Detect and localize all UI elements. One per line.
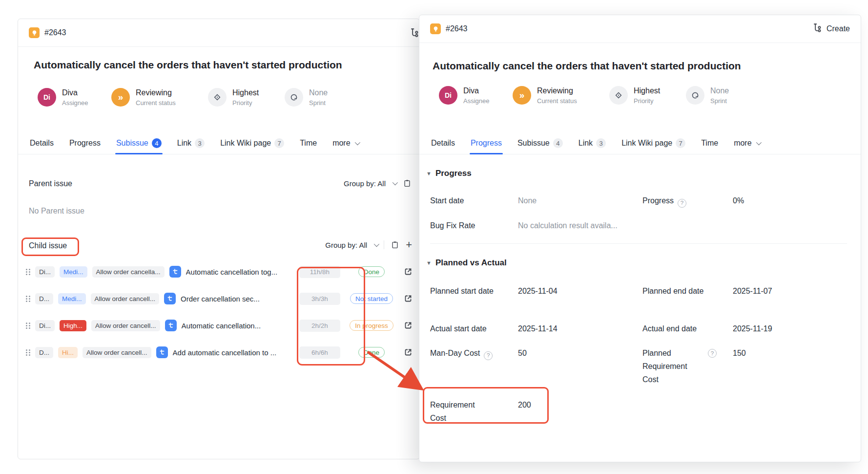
actual-end-date-value[interactable]: 2025-11-19 [733, 322, 772, 335]
row-status-chip[interactable]: Not started [350, 293, 393, 304]
planned-start-date-value[interactable]: 2025-11-04 [518, 284, 558, 298]
child-groupby[interactable]: Group by: All [325, 241, 367, 249]
row-assignee-chip[interactable]: Di... [35, 320, 55, 331]
tab-time[interactable]: Time [701, 132, 718, 154]
drag-handle-icon[interactable] [26, 323, 30, 329]
tab-more[interactable]: more [734, 132, 760, 154]
row-time-chip[interactable]: 11h/8h [299, 266, 340, 278]
create-icon [812, 22, 823, 35]
man-day-cost-value[interactable]: 50 [518, 346, 527, 360]
link-count-badge: 3 [195, 138, 205, 148]
start-date-value[interactable]: None [518, 194, 537, 207]
row-time-chip[interactable]: 6h/6h [299, 346, 340, 359]
section-divider [430, 243, 847, 244]
child-issue-row[interactable]: D... Medi... Allow order cancell... Orde… [26, 289, 413, 308]
tab-details[interactable]: Details [30, 132, 54, 154]
child-issue-row[interactable]: Di... High... Allow order cancell... Aut… [26, 316, 413, 335]
row-time-chip[interactable]: 3h/3h [299, 293, 340, 305]
priority-field[interactable]: Highest Priority [208, 86, 259, 108]
subissue-type-icon [164, 293, 176, 304]
left-header: #2643 [18, 19, 419, 47]
create-button[interactable]: Create [812, 22, 850, 35]
board-view-icon[interactable] [402, 178, 412, 188]
open-in-new-icon[interactable] [403, 293, 413, 304]
tab-subissue[interactable]: Subissue4 [517, 132, 563, 154]
row-title[interactable]: Automatic cancellation... [182, 322, 294, 330]
row-assignee-chip[interactable]: D... [35, 293, 53, 304]
child-issue-heading: Child issue [29, 241, 67, 250]
avatar: Di [38, 88, 56, 107]
actual-start-date-value[interactable]: 2025-11-14 [518, 322, 558, 335]
status-label: Current status [537, 97, 577, 105]
drag-handle-icon[interactable] [26, 296, 30, 302]
child-issue-row[interactable]: D... Hi... Allow order cancell... Add au… [26, 343, 413, 362]
status-field[interactable]: » Reviewing Current status [513, 85, 577, 106]
parent-groupby[interactable]: Group by: All [344, 179, 386, 188]
row-priority-chip[interactable]: High... [60, 320, 86, 331]
planned-vs-actual-heading[interactable]: ▼ Planned vs Actual [426, 258, 507, 268]
row-title[interactable]: Automatic cancellation tog... [186, 268, 294, 276]
row-module-chip[interactable]: Allow order cancell... [83, 347, 151, 358]
row-priority-chip[interactable]: Hi... [58, 347, 78, 358]
row-module-chip[interactable]: Allow order cancell... [91, 320, 160, 331]
row-status-chip[interactable]: Done [358, 347, 385, 358]
bug-fix-rate-value[interactable]: No calculation result availa... [518, 219, 618, 232]
sprint-field[interactable]: None Sprint [686, 85, 729, 106]
tab-link-wiki-page[interactable]: Link Wiki page7 [621, 132, 685, 154]
row-assignee-chip[interactable]: Di... [35, 266, 55, 278]
tab-progress[interactable]: Progress [69, 132, 101, 154]
child-issue-row[interactable]: Di... Medi... Allow order cancella... Au… [26, 262, 413, 281]
tab-details[interactable]: Details [431, 132, 455, 154]
row-title[interactable]: Order cancellation sec... [181, 295, 294, 303]
open-in-new-icon[interactable] [403, 266, 413, 277]
row-title[interactable]: Add automatic cancellation to ... [173, 348, 294, 357]
row-priority-chip[interactable]: Medi... [58, 293, 86, 304]
tab-progress[interactable]: Progress [471, 132, 502, 154]
help-icon[interactable]: ? [484, 351, 493, 360]
row-module-chip[interactable]: Allow order cancella... [92, 266, 165, 278]
priority-label: Priority [634, 97, 660, 105]
sprint-value: None [710, 86, 729, 96]
priority-value: Highest [634, 86, 660, 96]
tab-subissue[interactable]: Subissue4 [116, 132, 162, 154]
tab-time[interactable]: Time [300, 132, 317, 154]
chevron-down-icon [354, 140, 360, 145]
chevron-down-icon [374, 241, 379, 247]
row-time-chip[interactable]: 2h/2h [299, 320, 340, 332]
row-assignee-chip[interactable]: D... [35, 347, 53, 358]
planned-requirement-cost-value[interactable]: 150 [733, 346, 746, 360]
status-field[interactable]: » Reviewing Current status [111, 86, 176, 108]
row-priority-chip[interactable]: Medi... [60, 266, 87, 278]
create-icon[interactable] [409, 27, 420, 40]
row-status-chip[interactable]: In progress [350, 320, 393, 331]
subissue-type-icon [165, 320, 177, 331]
divider [384, 240, 384, 249]
assignee-field[interactable]: Di Diva Assignee [439, 85, 489, 106]
row-status-chip[interactable]: Done [358, 266, 385, 277]
assignee-field[interactable]: Di Diva Assignee [38, 86, 88, 108]
priority-icon [609, 86, 628, 105]
row-module-chip[interactable]: Allow order cancell... [91, 293, 160, 304]
requirement-cost-value[interactable]: 200 [518, 398, 531, 411]
tab-link[interactable]: Link3 [177, 132, 205, 154]
tab-link[interactable]: Link3 [579, 132, 606, 154]
open-in-new-icon[interactable] [403, 320, 413, 331]
planned-start-date-label: Planned start date [430, 284, 497, 298]
drag-handle-icon[interactable] [26, 269, 30, 275]
progress-section-heading[interactable]: ▼ Progress [426, 169, 472, 178]
tab-link-wiki-page[interactable]: Link Wiki page7 [220, 132, 284, 154]
help-icon[interactable]: ? [678, 199, 686, 208]
help-icon[interactable]: ? [708, 349, 717, 358]
link-count-badge: 3 [596, 138, 606, 148]
priority-field[interactable]: Highest Priority [609, 85, 660, 106]
drag-handle-icon[interactable] [26, 349, 30, 356]
progress-value[interactable]: 0% [733, 194, 744, 207]
sprint-field[interactable]: None Sprint [285, 86, 328, 108]
board-view-icon[interactable] [390, 240, 400, 250]
tab-more[interactable]: more [332, 132, 358, 154]
planned-end-date-value[interactable]: 2025-11-07 [733, 284, 772, 298]
left-issue-panel: #2643 Automatically cancel the orders th… [18, 19, 420, 459]
actual-end-date-label: Actual end date [642, 322, 725, 335]
add-child-issue-button[interactable]: + [406, 240, 412, 250]
open-in-new-icon[interactable] [403, 347, 413, 358]
